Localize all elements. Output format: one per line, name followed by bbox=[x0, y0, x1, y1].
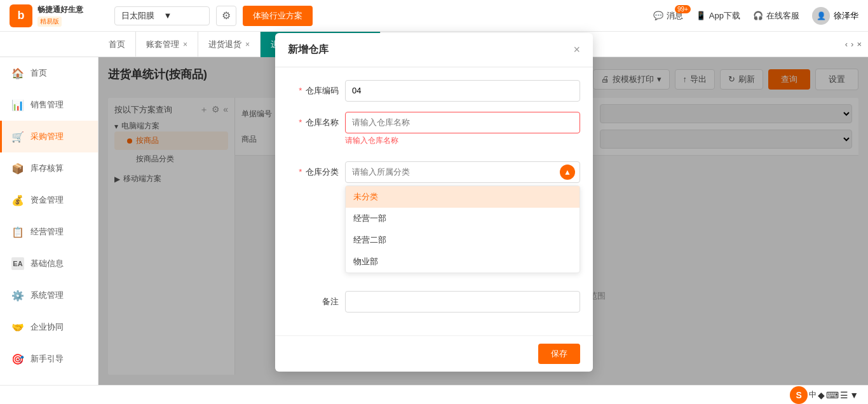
message-icon: 💬 bbox=[653, 11, 663, 20]
purchase-icon: 🛒 bbox=[11, 130, 24, 143]
status-menu-icon: ☰ bbox=[840, 390, 848, 400]
collab-icon: 🤝 bbox=[11, 321, 24, 333]
logo-badge: 精易版 bbox=[37, 17, 62, 27]
logo-area: b 畅捷通好生意 精易版 bbox=[10, 4, 108, 27]
sidebar-item-guide[interactable]: 🎯 新手引导 bbox=[0, 343, 98, 375]
sidebar-item-sales[interactable]: 📊 销售管理 bbox=[0, 89, 98, 121]
dropdown-item-property[interactable]: 物业部 bbox=[346, 251, 580, 273]
modal-header: 新增仓库 × bbox=[275, 33, 593, 67]
tab-home[interactable]: 首页 bbox=[98, 32, 136, 57]
warehouse-category-wrapper: ▲ 未分类 经营一部 经营二部 物业部 bbox=[345, 161, 580, 183]
sidebar-item-operations[interactable]: 📋 经营管理 bbox=[0, 216, 98, 248]
warehouse-name-wrapper: 请输入仓库名称 bbox=[345, 112, 580, 146]
dropdown-item-dept2[interactable]: 经营二部 bbox=[346, 229, 580, 251]
required-star-code: * bbox=[299, 86, 302, 95]
modal-footer: 保存 bbox=[275, 335, 593, 372]
tab-purchase-return[interactable]: 进货退货 × bbox=[198, 32, 261, 57]
sidebar-item-finance-label: 资金管理 bbox=[31, 194, 64, 206]
sidebar-item-inventory-label: 库存核算 bbox=[31, 163, 64, 174]
status-down-icon: ▼ bbox=[850, 390, 858, 400]
tab-accounts-close[interactable]: × bbox=[183, 40, 187, 49]
modal-close-button[interactable]: × bbox=[573, 44, 580, 55]
sidebar-item-inventory[interactable]: 📦 库存核算 bbox=[0, 152, 98, 184]
header-right: 💬 消息 99+ 📱 App下载 🎧 在线客服 👤 徐泽华 bbox=[653, 7, 858, 25]
message-badge: 99+ bbox=[675, 5, 691, 13]
dropdown-item-dept1[interactable]: 经营一部 bbox=[346, 208, 580, 229]
tab-purchase-return-close[interactable]: × bbox=[245, 40, 250, 49]
category-dropdown: 未分类 经营一部 经营二部 物业部 bbox=[345, 185, 580, 273]
status-bar-right: S 中 ◆ ⌨ ☰ ▼ bbox=[790, 386, 858, 404]
sidebar-item-system[interactable]: ⚙️ 系统管理 bbox=[0, 279, 98, 311]
tab-nav-right[interactable]: › bbox=[851, 39, 853, 49]
warehouse-category-row: * 仓库分类 ▲ 未分类 经营一部 经营二部 物业部 bbox=[288, 161, 580, 183]
sidebar-item-operations-label: 经营管理 bbox=[31, 226, 64, 238]
warehouse-code-input[interactable] bbox=[345, 80, 580, 102]
sidebar-item-purchase-label: 采购管理 bbox=[31, 131, 64, 142]
warehouse-category-input[interactable] bbox=[345, 161, 580, 183]
sidebar-item-collab-label: 企业协同 bbox=[31, 321, 64, 333]
tab-controls: ‹ › × bbox=[845, 39, 868, 49]
store-name: 日太阳膜 bbox=[121, 10, 161, 22]
warehouse-name-error: 请输入仓库名称 bbox=[345, 135, 580, 146]
tab-close-all[interactable]: × bbox=[857, 39, 862, 49]
tab-nav-left[interactable]: ‹ bbox=[845, 39, 848, 49]
s-logo-icon: S bbox=[790, 386, 808, 404]
warehouse-notes-input[interactable] bbox=[345, 291, 580, 313]
sidebar-item-basic-info[interactable]: EA 基础信息 bbox=[0, 248, 98, 279]
sidebar-item-home[interactable]: 🏠 首页 bbox=[0, 57, 98, 89]
logo-icon: b bbox=[10, 4, 32, 27]
status-zh-icon: 中 bbox=[809, 389, 817, 400]
user-name: 徐泽华 bbox=[834, 10, 858, 22]
inventory-icon: 📦 bbox=[11, 162, 24, 175]
operations-icon: 📋 bbox=[11, 226, 24, 238]
guide-icon: 🎯 bbox=[11, 353, 24, 365]
sales-icon: 📊 bbox=[11, 98, 24, 111]
finance-icon: 💰 bbox=[11, 194, 24, 206]
warehouse-notes-label: 备注 bbox=[288, 291, 345, 307]
status-diamond-icon: ◆ bbox=[818, 390, 825, 400]
category-arrow-icon[interactable]: ▲ bbox=[560, 165, 575, 180]
new-warehouse-modal: 新增仓库 × * 仓库编码 * 仓库名称 bbox=[275, 33, 593, 372]
warehouse-name-input[interactable] bbox=[345, 112, 580, 133]
trial-button[interactable]: 体验行业方案 bbox=[243, 6, 313, 26]
headphone-icon: 🎧 bbox=[753, 11, 763, 20]
online-service-button[interactable]: 🎧 在线客服 bbox=[753, 10, 799, 22]
sidebar-item-system-label: 系统管理 bbox=[31, 290, 64, 301]
warehouse-notes-row: 备注 bbox=[288, 291, 580, 313]
warehouse-code-label: * 仓库编码 bbox=[288, 80, 345, 97]
tab-home-label: 首页 bbox=[109, 39, 125, 50]
sidebar-item-basic-info-label: 基础信息 bbox=[31, 258, 64, 269]
logo-text: 畅捷通好生意 精易版 bbox=[37, 4, 83, 27]
online-service-label: 在线客服 bbox=[766, 10, 799, 22]
sidebar-item-finance[interactable]: 💰 资金管理 bbox=[0, 184, 98, 216]
modal-title: 新增仓库 bbox=[288, 43, 329, 57]
sidebar-item-purchase[interactable]: 🛒 采购管理 bbox=[0, 121, 98, 152]
sidebar: 🏠 首页 📊 销售管理 🛒 采购管理 📦 库存核算 💰 资金管理 📋 经 bbox=[0, 57, 98, 404]
modal-save-button[interactable]: 保存 bbox=[538, 344, 580, 364]
avatar: 👤 bbox=[812, 7, 830, 25]
tab-accounts-label: 账套管理 bbox=[146, 39, 179, 50]
status-bar: S 中 ◆ ⌨ ☰ ▼ bbox=[0, 385, 868, 404]
store-selector[interactable]: 日太阳膜 ▼ bbox=[114, 6, 210, 25]
logo-name: 畅捷通好生意 bbox=[37, 4, 83, 15]
basic-info-icon: EA bbox=[11, 257, 24, 270]
user-avatar-area[interactable]: 👤 徐泽华 bbox=[812, 7, 858, 25]
home-icon: 🏠 bbox=[11, 67, 24, 79]
message-button[interactable]: 💬 消息 99+ bbox=[653, 10, 683, 22]
sidebar-item-collab[interactable]: 🤝 企业协同 bbox=[0, 311, 98, 343]
warehouse-code-row: * 仓库编码 bbox=[288, 80, 580, 102]
required-star-name: * bbox=[299, 118, 302, 127]
settings-button[interactable]: ⚙ bbox=[216, 6, 236, 26]
tab-purchase-return-label: 进货退货 bbox=[208, 39, 241, 50]
warehouse-name-row: * 仓库名称 请输入仓库名称 bbox=[288, 112, 580, 146]
phone-icon: 📱 bbox=[696, 11, 706, 20]
warehouse-name-label: * 仓库名称 bbox=[288, 112, 345, 128]
tab-accounts[interactable]: 账套管理 × bbox=[136, 32, 198, 57]
dropdown-item-uncategorized[interactable]: 未分类 bbox=[346, 186, 580, 208]
app-download-button[interactable]: 📱 App下载 bbox=[696, 10, 740, 22]
required-star-category: * bbox=[299, 167, 302, 177]
status-keyboard-icon: ⌨ bbox=[826, 390, 839, 400]
chevron-down-icon: ▼ bbox=[164, 11, 203, 20]
sidebar-item-sales-label: 销售管理 bbox=[31, 99, 64, 111]
sidebar-item-guide-label: 新手引导 bbox=[31, 353, 64, 365]
